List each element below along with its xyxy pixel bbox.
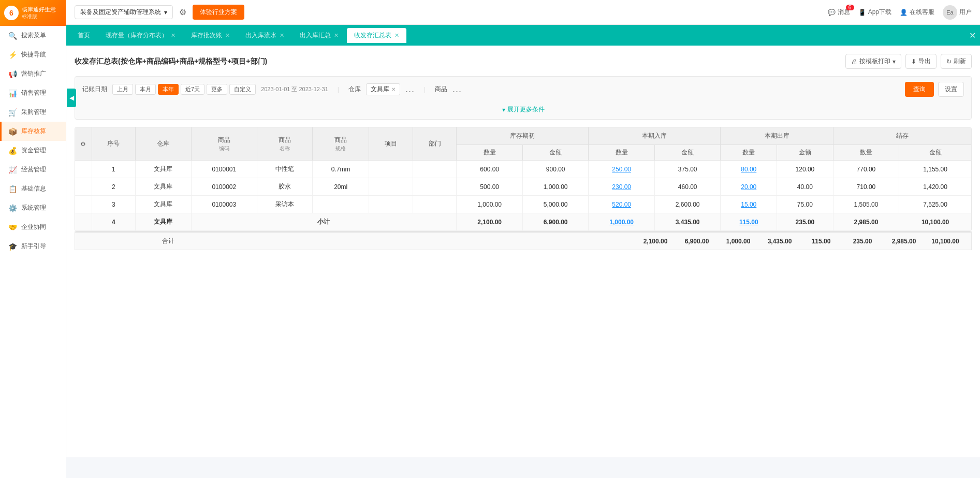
row-code: 0100003 [191, 196, 257, 213]
row-in-qty[interactable]: 230.00 [589, 178, 655, 196]
export-button[interactable]: ⬇ 导出 [905, 54, 937, 69]
close-icon[interactable]: ✕ [334, 32, 339, 39]
sidebar-item-system[interactable]: ⚙️ 系统管理 [0, 198, 66, 218]
message-button[interactable]: 💬 消息 6 [828, 8, 850, 17]
settings-gear-icon[interactable]: ⚙ [179, 7, 186, 17]
row-warehouse: 文具库 [136, 196, 191, 213]
sidebar-item-label: 新手引导 [21, 242, 46, 251]
sidebar: 6 畅库通好生意 标准版 🔍 搜索菜单 ⚡ 快捷导航 📢 营销推广 📊 销售管理… [0, 0, 66, 478]
row-warehouse: 文具库 [136, 178, 191, 196]
product-more-button[interactable]: ... [452, 84, 462, 95]
row-out-amt: 120.00 [777, 161, 833, 178]
date-range-display: 2023-01-01 至 2023-12-31 [261, 85, 328, 93]
date-btn-this-month[interactable]: 本月 [135, 84, 156, 95]
row-settings [75, 178, 92, 196]
row-open-amt: 900.00 [522, 161, 589, 178]
search-icon: 🔍 [8, 32, 17, 40]
sidebar-item-sales[interactable]: 📊 销售管理 [0, 83, 66, 103]
settings-small-button[interactable]: 设置 [938, 82, 964, 97]
subtotal-in-qty[interactable]: 1,000.00 [589, 213, 655, 231]
sidebar-item-quicknav[interactable]: ⚡ 快捷导航 [0, 45, 66, 64]
tab-inout-flow[interactable]: 出入库流水 ✕ [238, 28, 291, 43]
sidebar-item-inventory[interactable]: 📦 库存核算 [0, 122, 66, 141]
row-name: 中性笔 [257, 161, 313, 178]
tab-batch[interactable]: 库存批次账 ✕ [184, 28, 237, 43]
subtotal-row: 4 文具库 小计 2,100.00 6,900.00 1,000.00 3,43… [75, 213, 971, 231]
tab-bar: 首页 现存量（库存分布表） ✕ 库存批次账 ✕ 出入库流水 ✕ 出入库汇总 ✕ … [66, 25, 980, 46]
tab-inventory-dist[interactable]: 现存量（库存分布表） ✕ [98, 28, 183, 43]
tab-home[interactable]: 首页 [70, 28, 97, 43]
filter-area: ◀ 记账日期 上月 本月 本年 近7天 更多 自定义 2023-01-01 至 … [75, 76, 972, 120]
date-btn-last-month[interactable]: 上月 [112, 84, 133, 95]
row-spec [313, 196, 369, 213]
col-project-header: 项目 [369, 127, 413, 161]
date-btn-custom[interactable]: 自定义 [229, 84, 256, 95]
close-icon[interactable]: ✕ [394, 32, 399, 39]
tab-label: 现存量（库存分布表） [106, 31, 168, 40]
online-service-button[interactable]: 👤 在线客服 [900, 8, 934, 17]
sidebar-item-search[interactable]: 🔍 搜索菜单 [0, 26, 66, 45]
warehouse-tag[interactable]: 文具库 ✕ [366, 83, 400, 95]
row-in-qty[interactable]: 250.00 [589, 161, 655, 178]
row-settings [75, 196, 92, 213]
remove-warehouse-icon[interactable]: ✕ [391, 86, 396, 92]
sidebar-item-collab[interactable]: 🤝 企业协同 [0, 218, 66, 237]
system-selector[interactable]: 装备及固定资产辅助管理系统 ▾ [75, 5, 173, 19]
query-button[interactable]: 查询 [905, 82, 934, 97]
col-name-header: 商品名称 [257, 127, 313, 161]
col-warehouse-header: 仓库 [136, 127, 191, 161]
row-spec: 0.7mm [313, 161, 369, 178]
col-bal-header: 结存 [833, 127, 971, 145]
row-no: 2 [92, 178, 136, 196]
filter-toggle[interactable]: ◀ [67, 89, 76, 107]
subtotal-no: 4 [92, 213, 136, 231]
total-bal-qty: 2,985.00 [883, 238, 925, 245]
app-download-button[interactable]: 📱 App下载 [858, 8, 891, 17]
date-btn-7days[interactable]: 近7天 [181, 84, 204, 95]
subtotal-out-qty[interactable]: 115.00 [721, 213, 777, 231]
total-open-qty: 2,100.00 [635, 238, 676, 245]
print-button[interactable]: 🖨 按模板打印 ▾ [845, 54, 901, 69]
refresh-button[interactable]: ↻ 刷新 [941, 54, 972, 69]
row-out-qty[interactable]: 80.00 [721, 161, 777, 178]
col-settings-header[interactable]: ⚙ [75, 127, 92, 161]
tab-inout-summary[interactable]: 出入库汇总 ✕ [292, 28, 346, 43]
tab-recv-send-summary[interactable]: 收发存汇总表 ✕ [347, 28, 406, 43]
sales-icon: 📊 [8, 89, 17, 97]
sidebar-nav: 🔍 搜索菜单 ⚡ 快捷导航 📢 营销推广 📊 销售管理 🛒 采购管理 📦 库存核… [0, 26, 66, 478]
row-open-qty: 1,000.00 [457, 196, 523, 213]
row-bal-amt: 7,525.00 [899, 196, 971, 213]
row-out-qty[interactable]: 20.00 [721, 178, 777, 196]
sidebar-item-finance[interactable]: 💰 资金管理 [0, 141, 66, 160]
row-name: 采访本 [257, 196, 313, 213]
sidebar-item-guide[interactable]: 🎓 新手引导 [0, 237, 66, 256]
user-menu[interactable]: Ea 用户 [943, 5, 972, 20]
sidebar-item-purchase[interactable]: 🛒 采购管理 [0, 103, 66, 122]
printer-icon: 🖨 [851, 58, 857, 65]
print-label: 按模板打印 [859, 57, 890, 66]
row-code: 0100001 [191, 161, 257, 178]
expand-conditions-button[interactable]: ▾ 展开更多条件 [502, 105, 545, 114]
row-in-amt: 460.00 [654, 178, 721, 196]
date-btn-this-year[interactable]: 本年 [158, 84, 179, 95]
row-out-amt: 40.00 [777, 178, 833, 196]
sidebar-item-marketing[interactable]: 📢 营销推广 [0, 64, 66, 83]
sidebar-item-label: 搜索菜单 [21, 31, 46, 40]
close-icon[interactable]: ✕ [225, 32, 230, 39]
date-btn-more[interactable]: 更多 [207, 84, 227, 95]
sidebar-item-basic[interactable]: 📋 基础信息 [0, 179, 66, 198]
filter-divider: | [338, 86, 339, 93]
row-out-qty[interactable]: 15.00 [721, 196, 777, 213]
row-no: 3 [92, 196, 136, 213]
sidebar-item-management[interactable]: 📈 经营管理 [0, 160, 66, 179]
row-in-qty[interactable]: 520.00 [589, 196, 655, 213]
warehouse-more-button[interactable]: ... [405, 84, 415, 95]
close-icon[interactable]: ✕ [171, 32, 175, 39]
content-area: 收发存汇总表(按仓库+商品编码+商品+规格型号+项目+部门) 🖨 按模板打印 ▾… [66, 46, 980, 478]
close-all-tabs-button[interactable]: ✕ [969, 31, 976, 40]
row-dept [413, 161, 457, 178]
close-icon[interactable]: ✕ [280, 32, 284, 39]
message-badge: 6 [846, 5, 854, 10]
trial-button[interactable]: 体验行业方案 [193, 5, 244, 20]
message-icon: 💬 [828, 9, 836, 16]
